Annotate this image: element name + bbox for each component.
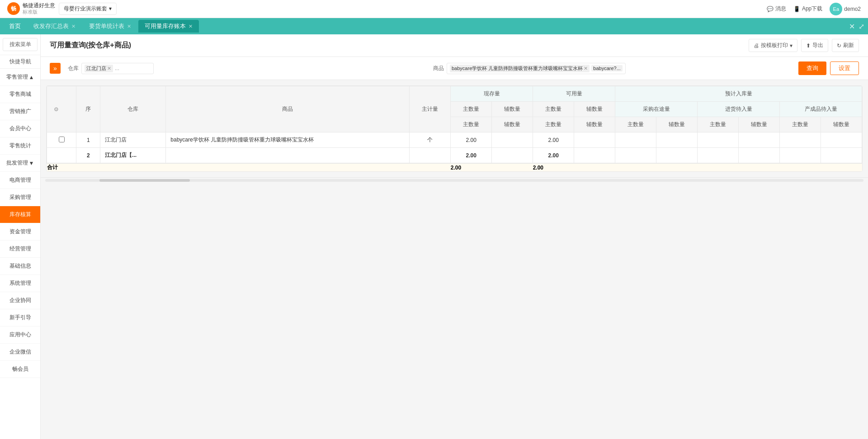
sidebar-label-operation: 经营管理 bbox=[9, 245, 31, 253]
tab-1-close-icon[interactable]: ✕ bbox=[71, 24, 75, 29]
product-tag-2: babycare?... bbox=[591, 65, 623, 71]
export-button[interactable]: ⬆ 导出 bbox=[801, 39, 828, 52]
nav-expand-btn[interactable]: ⤢ bbox=[859, 22, 864, 31]
tab-1[interactable]: 收发存汇总表 ✕ bbox=[27, 20, 82, 33]
tab-2[interactable]: 要货单统计表 ✕ bbox=[83, 20, 137, 33]
sidebar-label-weixin: 企业微信 bbox=[9, 348, 31, 356]
filter-expand-button[interactable]: » bbox=[50, 63, 61, 74]
sidebar: 搜索菜单 快捷导航 零售管理 ▲ 零售商城 营销推广 会员中心 零售统计 批发管… bbox=[0, 34, 41, 439]
row1-main-unit: 个 bbox=[410, 132, 451, 148]
sidebar-item-wholesale[interactable]: 批发管理 ▼ bbox=[0, 155, 40, 172]
sidebar-label-retail-mall: 零售商城 bbox=[9, 90, 31, 98]
row2-available-main: 2.00 bbox=[533, 148, 574, 164]
search-menu-button[interactable]: 搜索菜单 bbox=[3, 38, 38, 51]
sidebar-item-newguide[interactable]: 新手引导 bbox=[0, 309, 40, 326]
nav-tabs: 首页 收发存汇总表 ✕ 要货单统计表 ✕ 可用量库存账本 ✕ ✕ ⤢ bbox=[0, 18, 868, 34]
sidebar-label-purchase: 采购管理 bbox=[9, 194, 31, 201]
sidebar-item-quick-nav[interactable]: 快捷导航 bbox=[0, 55, 40, 69]
sidebar-item-weixin[interactable]: 企业微信 bbox=[0, 344, 40, 361]
sidebar-item-appcenter[interactable]: 应用中心 bbox=[0, 326, 40, 344]
sidebar-item-marketing[interactable]: 营销推广 bbox=[0, 103, 40, 120]
username: demo2 bbox=[844, 6, 861, 12]
settings-button[interactable]: 设置 bbox=[830, 61, 859, 75]
main-layout: 搜索菜单 快捷导航 零售管理 ▲ 零售商城 营销推广 会员中心 零售统计 批发管… bbox=[0, 34, 868, 439]
row1-stock-aux bbox=[492, 132, 533, 148]
app-download-label: App下载 bbox=[802, 5, 822, 13]
row2-production-main bbox=[780, 148, 821, 164]
nav-close-btn[interactable]: ✕ bbox=[849, 22, 855, 31]
refresh-button[interactable]: ↻ 刷新 bbox=[832, 39, 859, 52]
message-label: 消息 bbox=[775, 5, 786, 13]
product-tag-label: babycare学饮杯 儿童防摔防撞吸管杯重力球吸嘴杯宝宝水杯 bbox=[452, 65, 583, 72]
print-button[interactable]: 🖨 按模板打印 ▾ bbox=[749, 39, 797, 52]
gear-icon[interactable]: ⚙ bbox=[52, 105, 61, 114]
company-selector[interactable]: 母婴行业演示账套 ▾ bbox=[59, 3, 117, 15]
sidebar-item-retail-mall[interactable]: 零售商城 bbox=[0, 86, 40, 103]
message-action[interactable]: 💬 消息 bbox=[767, 5, 786, 13]
row2-warehouse: 江北门店【... bbox=[100, 148, 166, 164]
app-download-action[interactable]: 📱 App下载 bbox=[793, 5, 822, 13]
row1-checkbox-input[interactable] bbox=[59, 137, 65, 142]
row1-stock-main: 2.00 bbox=[451, 132, 492, 148]
export-label: 导出 bbox=[812, 42, 823, 49]
warehouse-tag-container[interactable]: 江北门店 ✕ ... bbox=[81, 63, 154, 74]
tab-3[interactable]: 可用量库存账本 ✕ bbox=[138, 20, 199, 33]
row2-checkbox[interactable] bbox=[47, 148, 76, 164]
sidebar-item-inventory[interactable]: 库存核算 bbox=[0, 206, 40, 223]
scroll-track[interactable] bbox=[45, 179, 863, 182]
sidebar-item-ecommerce[interactable]: 电商管理 bbox=[0, 172, 40, 189]
row1-checkbox[interactable] bbox=[47, 132, 76, 148]
col-header-incoming-aux: 辅数量 bbox=[739, 117, 780, 132]
col-header-incoming-main: 主数量 bbox=[698, 117, 739, 132]
product-tag-1-close-icon[interactable]: ✕ bbox=[584, 66, 588, 71]
tab-2-close-icon[interactable]: ✕ bbox=[127, 24, 131, 29]
row1-warehouse: 江北门店 bbox=[100, 132, 166, 148]
col-header-stock-aux-2: 辅数量 bbox=[492, 117, 533, 132]
footer-row: 合计 2.00 2.00 bbox=[47, 163, 862, 171]
refresh-label: 刷新 bbox=[843, 42, 854, 49]
footer-production-aux bbox=[821, 163, 862, 171]
sidebar-item-member[interactable]: 会员中心 bbox=[0, 120, 40, 137]
query-button[interactable]: 查询 bbox=[798, 61, 826, 75]
app-icon: 📱 bbox=[793, 6, 800, 12]
tab-1-label: 收发存汇总表 bbox=[33, 22, 69, 30]
col-header-forecast-group: 预计入库量 bbox=[615, 86, 862, 102]
col-header-stock-main-2: 主数量 bbox=[451, 117, 492, 132]
warehouse-tag-1: 江北门店 ✕ bbox=[85, 65, 113, 72]
page-header: 可用量查询(按仓库+商品) 🖨 按模板打印 ▾ ⬆ 导出 ↻ 刷新 bbox=[41, 34, 868, 57]
footer-production-main bbox=[780, 163, 821, 171]
row2-stock-aux bbox=[492, 148, 533, 164]
col-header-no: 序 bbox=[76, 86, 100, 132]
warehouse-tag-close-icon[interactable]: ✕ bbox=[107, 66, 111, 71]
product-tag-container[interactable]: babycare学饮杯 儿童防摔防撞吸管杯重力球吸嘴杯宝宝水杯 ✕ babyca… bbox=[447, 63, 626, 74]
sidebar-item-retail-stats[interactable]: 零售统计 bbox=[0, 137, 40, 155]
sidebar-item-system[interactable]: 系统管理 bbox=[0, 275, 40, 292]
col-header-purchase-aux: 辅数量 bbox=[656, 117, 698, 132]
top-bar-left: 畅 畅捷通好生意 标准版 母婴行业演示账套 ▾ bbox=[7, 2, 117, 15]
top-bar: 畅 畅捷通好生意 标准版 母婴行业演示账套 ▾ 💬 消息 📱 App下载 Ea … bbox=[0, 0, 868, 18]
col-header-production-group: 产成品待入量 bbox=[780, 102, 862, 117]
col-header-gear[interactable]: ⚙ bbox=[47, 86, 76, 132]
row1-purchase-aux bbox=[656, 132, 698, 148]
sidebar-item-enterprise[interactable]: 企业协同 bbox=[0, 292, 40, 309]
tab-3-close-icon[interactable]: ✕ bbox=[189, 24, 193, 29]
sidebar-item-zero-retail[interactable]: 零售管理 ▲ bbox=[0, 69, 40, 86]
col-header-incoming-group: 进货待入量 bbox=[698, 102, 780, 117]
footer-available-main: 2.00 bbox=[533, 163, 574, 171]
chevron-down-icon: ▾ bbox=[109, 5, 112, 12]
sidebar-item-purchase[interactable]: 采购管理 bbox=[0, 189, 40, 206]
scroll-thumb[interactable] bbox=[99, 179, 190, 182]
sidebar-item-basic[interactable]: 基础信息 bbox=[0, 258, 40, 275]
product-tag-2-label: babycare?... bbox=[593, 66, 621, 71]
sidebar-item-operation[interactable]: 经营管理 bbox=[0, 241, 40, 258]
warehouse-filter-more-icon[interactable]: ... bbox=[115, 65, 119, 71]
filter-right-actions: 查询 设置 bbox=[798, 61, 859, 75]
sidebar-label-ecommerce: 电商管理 bbox=[9, 176, 31, 184]
tab-home[interactable]: 首页 bbox=[4, 22, 26, 30]
footer-incoming-aux bbox=[739, 163, 780, 171]
content-wrapper: 可用量查询(按仓库+商品) 🖨 按模板打印 ▾ ⬆ 导出 ↻ 刷新 bbox=[41, 34, 868, 439]
footer-label: 合计 bbox=[47, 163, 451, 171]
sidebar-item-member2[interactable]: 畅会员 bbox=[0, 361, 40, 378]
sidebar-item-finance[interactable]: 资金管理 bbox=[0, 223, 40, 241]
user-action[interactable]: Ea demo2 bbox=[830, 3, 861, 15]
